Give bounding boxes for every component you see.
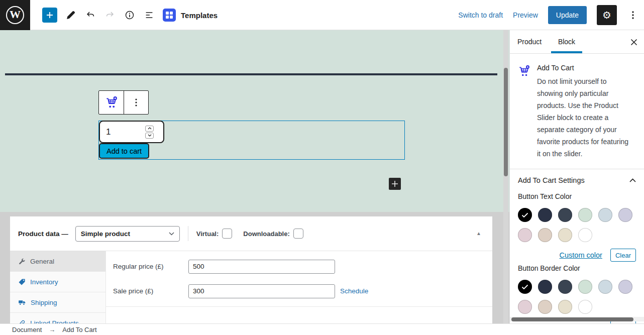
- update-button[interactable]: Update: [548, 6, 587, 24]
- tab-label: Inventory: [30, 278, 58, 286]
- redo-icon: [104, 10, 116, 21]
- canvas-scrollbar-thumb[interactable]: [504, 68, 508, 176]
- tab-label: Block: [558, 38, 575, 46]
- add-to-cart-block[interactable]: Add to cart: [98, 121, 405, 160]
- template-chip[interactable]: Templates: [163, 9, 218, 22]
- editor-topbar: W Templa: [0, 0, 644, 30]
- product-data-body: General Inventory Shipping Linked Produc…: [10, 251, 492, 323]
- cart-icon: [105, 96, 118, 109]
- template-preview[interactable]: Add to cart: [0, 30, 509, 212]
- tab-label: General: [30, 258, 54, 265]
- settings-panel-title: Add To Cart Settings: [518, 176, 585, 184]
- product-type-value: Simple product: [81, 230, 130, 238]
- editor-canvas: Add to cart Product data — Simple produc…: [0, 30, 509, 323]
- virtual-label: Virtual:: [196, 230, 219, 238]
- tab-linked-products[interactable]: Linked Products: [10, 313, 105, 323]
- color-swatch[interactable]: [558, 280, 572, 294]
- cart-icon: [518, 65, 530, 77]
- color-swatch[interactable]: [578, 300, 592, 314]
- block-options-button[interactable]: [124, 91, 148, 114]
- settings-gear-button[interactable]: ⚙: [597, 5, 617, 25]
- quantity-decrement-button[interactable]: [145, 133, 154, 139]
- sidebar-scrollbar-track[interactable]: [510, 317, 644, 321]
- block-appender-button[interactable]: [389, 178, 401, 190]
- product-data-header: Product data — Simple product Virtual: D…: [10, 216, 492, 251]
- tag-icon: [18, 278, 26, 286]
- color-swatch[interactable]: [618, 208, 632, 222]
- kebab-menu-icon: [131, 97, 141, 107]
- block-type-button[interactable]: [99, 91, 124, 114]
- check-icon: [521, 212, 528, 218]
- sidebar-scrollbar-thumb[interactable]: [511, 317, 633, 321]
- close-icon: [630, 39, 637, 46]
- canvas-scrollbar-track[interactable]: [503, 30, 508, 323]
- tab-general[interactable]: General: [10, 251, 105, 272]
- quantity-input[interactable]: [100, 127, 144, 137]
- tools-button[interactable]: [65, 9, 77, 21]
- tab-label: Linked Products: [30, 319, 79, 324]
- color-swatch[interactable]: [538, 208, 552, 222]
- details-button[interactable]: [124, 9, 136, 21]
- downloadable-checkbox[interactable]: [293, 229, 303, 239]
- color-swatch[interactable]: [558, 300, 572, 314]
- color-swatch[interactable]: [558, 208, 572, 222]
- arrow-right-icon: →: [49, 326, 55, 333]
- color-swatch[interactable]: [518, 228, 532, 242]
- divider: [106, 306, 492, 307]
- color-swatch[interactable]: [538, 300, 552, 314]
- regular-price-row: Regular price (£): [106, 254, 492, 279]
- regular-price-input[interactable]: [188, 260, 335, 274]
- quantity-increment-button[interactable]: [145, 126, 154, 132]
- collapse-panel-button[interactable]: ▲: [476, 231, 481, 236]
- tab-inventory[interactable]: Inventory: [10, 272, 105, 292]
- options-menu-button[interactable]: [627, 9, 639, 21]
- block-title: Add To Cart: [537, 64, 629, 72]
- button-border-color-label: Button Border Color: [518, 264, 636, 272]
- color-swatch[interactable]: [578, 228, 592, 242]
- redo-button[interactable]: [104, 9, 116, 21]
- block-inserter-button[interactable]: [42, 8, 57, 23]
- close-sidebar-button[interactable]: [629, 37, 639, 47]
- tab-product[interactable]: Product: [511, 30, 548, 53]
- sale-price-input[interactable]: [188, 284, 335, 298]
- clear-button[interactable]: Clear: [610, 249, 636, 262]
- product-type-select[interactable]: Simple product: [75, 226, 180, 242]
- color-swatch[interactable]: [578, 280, 592, 294]
- schedule-link[interactable]: Schedule: [340, 287, 368, 295]
- color-swatch[interactable]: [538, 280, 552, 294]
- color-swatch[interactable]: [518, 208, 532, 222]
- pencil-icon: [65, 10, 76, 21]
- add-to-cart-button[interactable]: Add to cart: [99, 143, 149, 159]
- chevron-up-icon: [629, 178, 636, 182]
- custom-color-link[interactable]: Custom color: [560, 251, 602, 259]
- color-swatch[interactable]: [598, 280, 612, 294]
- color-swatch[interactable]: [578, 208, 592, 222]
- color-swatch[interactable]: [598, 208, 612, 222]
- list-view-button[interactable]: [143, 9, 155, 21]
- wordpress-logo[interactable]: W: [0, 0, 30, 30]
- color-swatch[interactable]: [518, 280, 532, 294]
- topbar-left-tools: Templates: [42, 0, 218, 30]
- tab-label: Product: [517, 38, 542, 46]
- kebab-menu-icon: [628, 10, 638, 20]
- breadcrumb-block[interactable]: Add To Cart: [62, 326, 96, 333]
- tab-block[interactable]: Block: [548, 30, 585, 53]
- block-toolbar: [98, 90, 149, 115]
- chevron-up-icon: [148, 127, 152, 130]
- color-swatch[interactable]: [558, 228, 572, 242]
- undo-button[interactable]: [84, 9, 96, 21]
- sidebar-tabs: Product Block: [510, 30, 644, 54]
- block-info-text: Add To Cart Do not limit yourself to sho…: [537, 64, 629, 160]
- block-info-card: Add To Cart Do not limit yourself to sho…: [510, 54, 644, 169]
- virtual-checkbox[interactable]: [222, 229, 232, 239]
- tab-shipping[interactable]: Shipping: [10, 292, 105, 313]
- color-swatch[interactable]: [518, 300, 532, 314]
- color-swatch[interactable]: [618, 280, 632, 294]
- breadcrumb-document[interactable]: Document: [12, 326, 42, 333]
- pricing-fields: Regular price (£) Sale price (£) Schedul…: [106, 251, 492, 323]
- switch-to-draft-link[interactable]: Switch to draft: [458, 11, 503, 19]
- color-swatch[interactable]: [538, 228, 552, 242]
- preview-link[interactable]: Preview: [513, 11, 538, 19]
- add-to-cart-settings-toggle[interactable]: Add To Cart Settings: [510, 169, 644, 191]
- sale-price-row: Sale price (£) Schedule: [106, 279, 492, 303]
